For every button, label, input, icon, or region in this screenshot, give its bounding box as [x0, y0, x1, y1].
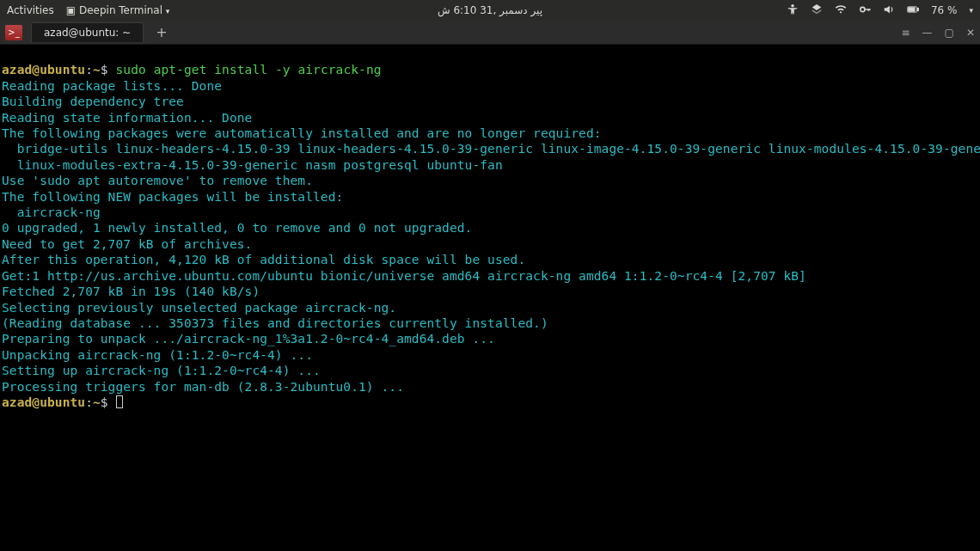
output-line: (Reading database ... 350373 files and d… — [2, 316, 548, 330]
output-line: aircrack-ng — [2, 205, 101, 219]
accessibility-icon[interactable] — [787, 3, 799, 18]
output-line: Reading state information... Done — [2, 111, 252, 125]
terminal-mini-icon: ▣ — [66, 4, 76, 16]
prompt-path: ~ — [93, 395, 101, 409]
output-line: Get:1 http://us.archive.ubuntu.com/ubunt… — [2, 269, 806, 283]
command-text: sudo apt-get install -y aircrack-ng — [116, 63, 382, 77]
app-menu[interactable]: ▣ Deepin Terminal — [66, 4, 170, 16]
terminal-tab[interactable]: azad@ubuntu: ~ — [31, 22, 144, 42]
output-line: Reading package lists... Done — [2, 79, 222, 93]
output-line: Setting up aircrack-ng (1:1.2-0~rc4-4) .… — [2, 364, 321, 377]
prompt-dollar: $ — [101, 63, 116, 77]
system-menu-chevron-icon[interactable]: ▾ — [969, 6, 973, 15]
maximize-button[interactable]: ▢ — [945, 27, 954, 39]
output-line: Fetched 2,707 kB in 19s (140 kB/s) — [2, 285, 260, 298]
output-line: The following packages were automaticall… — [2, 126, 602, 140]
activities-button[interactable]: Activities — [7, 4, 54, 16]
svg-rect-4 — [869, 9, 870, 10]
prompt-dollar: $ — [101, 395, 116, 409]
output-line: Need to get 2,707 kB of archives. — [2, 237, 252, 251]
svg-rect-7 — [909, 7, 915, 10]
prompt-user: azad@ubuntu — [2, 63, 85, 77]
new-tab-button[interactable]: + — [152, 24, 170, 40]
window-titlebar: >_ azad@ubuntu: ~ + ≡ — ▢ ✕ — [0, 21, 980, 45]
battery-percent: 76 % — [931, 4, 958, 16]
output-line: bridge-utils linux-headers-4.15.0-39 lin… — [2, 142, 980, 156]
desktop-topbar: Activities ▣ Deepin Terminal پیر دسمبر ,… — [0, 0, 980, 21]
output-line: Use 'sudo apt autoremove' to remove them… — [2, 174, 313, 187]
svg-rect-2 — [864, 9, 870, 9]
svg-rect-6 — [917, 8, 918, 10]
clock[interactable]: پیر دسمبر ,31 6:10 ش — [438, 4, 542, 16]
svg-rect-3 — [867, 9, 868, 11]
close-button[interactable]: ✕ — [966, 27, 975, 39]
vpn-key-icon[interactable] — [859, 3, 871, 18]
output-line: linux-modules-extra-4.15.0-39-generic na… — [2, 158, 503, 172]
output-line: Selecting previously unselected package … — [2, 301, 396, 315]
output-line: Unpacking aircrack-ng (1:1.2-0~rc4-4) ..… — [2, 348, 313, 362]
prompt-path: ~ — [93, 63, 101, 77]
cursor — [116, 395, 123, 408]
prompt-user: azad@ubuntu — [2, 395, 85, 409]
terminal-output[interactable]: azad@ubuntu:~$ sudo apt-get install -y a… — [0, 45, 980, 412]
hamburger-menu-icon[interactable]: ≡ — [902, 27, 910, 39]
output-line: Preparing to unpack .../aircrack-ng_1%3a… — [2, 332, 495, 346]
output-line: Processing triggers for man-db (2.8.3-2u… — [2, 380, 404, 394]
app-menu-label: Deepin Terminal — [79, 4, 162, 16]
input-source-icon[interactable] — [811, 3, 823, 18]
output-line: Building dependency tree — [2, 95, 184, 108]
svg-point-0 — [791, 3, 794, 7]
wifi-icon[interactable] — [835, 3, 847, 18]
prompt-colon: : — [85, 63, 93, 77]
terminal-app-icon: >_ — [5, 25, 22, 40]
minimize-button[interactable]: — — [922, 27, 933, 39]
output-line: After this operation, 4,120 kB of additi… — [2, 253, 525, 266]
output-line: The following NEW packages will be insta… — [2, 190, 343, 204]
output-line: 0 upgraded, 1 newly installed, 0 to remo… — [2, 221, 472, 235]
battery-icon[interactable] — [907, 3, 919, 18]
volume-icon[interactable] — [883, 3, 895, 18]
